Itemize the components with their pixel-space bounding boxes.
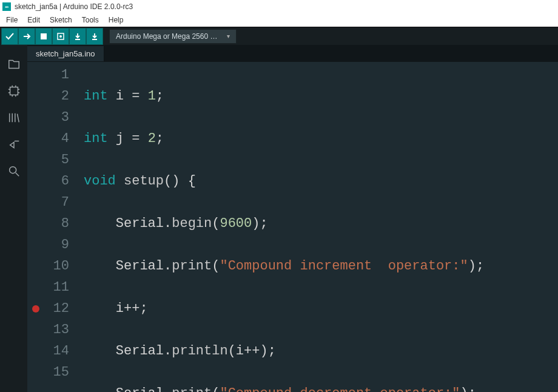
- code-content[interactable]: int i = 1; int j = 2; void setup() { Ser…: [79, 62, 484, 392]
- workspace: sketch_jan5a.ino 1 2 3 4 5 6 7 8 9 10 11…: [0, 45, 558, 392]
- line-number: 6: [27, 171, 69, 192]
- line-number: 9: [27, 234, 69, 255]
- line-number: 14: [27, 340, 69, 362]
- svg-rect-0: [41, 33, 47, 39]
- download-alt-button[interactable]: [86, 28, 103, 45]
- line-number: 8: [27, 213, 69, 234]
- line-number-breakpoint[interactable]: 12: [27, 298, 69, 319]
- board-selector-label: Arduino Mega or Mega 2560 …: [116, 32, 217, 41]
- code-editor[interactable]: 1 2 3 4 5 6 7 8 9 10 11 12 13 14 15 int …: [27, 62, 558, 392]
- svg-point-2: [59, 35, 62, 38]
- svg-rect-3: [10, 87, 18, 95]
- line-number: 3: [27, 107, 69, 128]
- verify-button[interactable]: [1, 28, 18, 45]
- activity-bar: [0, 45, 27, 392]
- svg-point-4: [9, 167, 16, 174]
- download-button[interactable]: [69, 28, 86, 45]
- line-number: 7: [27, 192, 69, 213]
- tab-bar: sketch_jan5a.ino: [27, 45, 558, 62]
- line-number: 4: [27, 128, 69, 149]
- window-title: sketch_jan5a | Arduino IDE 2.0.0-rc3: [15, 2, 133, 11]
- search-icon[interactable]: [0, 158, 27, 184]
- upload-button[interactable]: [18, 28, 35, 45]
- arduino-app-icon: ∞: [2, 2, 11, 11]
- line-number: 1: [27, 64, 69, 86]
- menu-edit[interactable]: Edit: [22, 14, 45, 26]
- library-manager-icon[interactable]: [0, 104, 27, 131]
- debug-button[interactable]: [35, 28, 52, 45]
- explorer-icon[interactable]: [0, 51, 27, 78]
- menubar: File Edit Sketch Tools Help: [0, 13, 558, 27]
- line-number: 15: [27, 362, 69, 383]
- chevron-down-icon: ▾: [227, 33, 230, 39]
- boards-manager-icon[interactable]: [0, 78, 27, 104]
- editor-area: sketch_jan5a.ino 1 2 3 4 5 6 7 8 9 10 11…: [27, 45, 558, 392]
- menu-help[interactable]: Help: [104, 14, 129, 26]
- menu-tools[interactable]: Tools: [77, 14, 104, 26]
- tab-file[interactable]: sketch_jan5a.ino: [27, 46, 104, 61]
- line-gutter: 1 2 3 4 5 6 7 8 9 10 11 12 13 14 15: [27, 62, 79, 392]
- debug-step-button[interactable]: [52, 28, 69, 45]
- toolbar: Arduino Mega or Mega 2560 … ▾: [0, 27, 558, 45]
- board-selector[interactable]: Arduino Mega or Mega 2560 … ▾: [109, 29, 237, 44]
- menu-file[interactable]: File: [1, 14, 22, 26]
- menu-sketch[interactable]: Sketch: [45, 14, 77, 26]
- line-number: 13: [27, 319, 69, 340]
- line-number: 2: [27, 86, 69, 107]
- window-titlebar: ∞ sketch_jan5a | Arduino IDE 2.0.0-rc3: [0, 0, 558, 13]
- line-number: 11: [27, 277, 69, 298]
- line-number: 10: [27, 255, 69, 277]
- line-number: 5: [27, 149, 69, 171]
- debug-icon[interactable]: [0, 131, 27, 158]
